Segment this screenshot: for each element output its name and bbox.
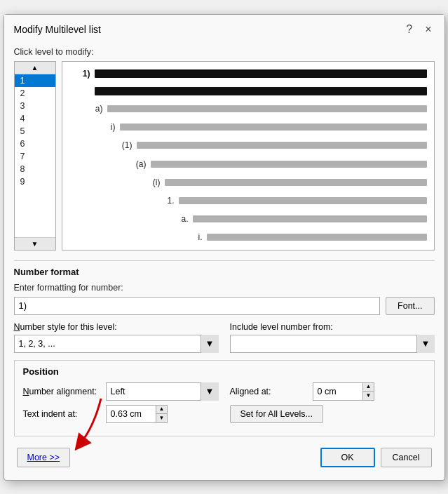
preview-line-3: [107, 105, 427, 112]
preview-row-2: [69, 87, 427, 95]
level-item-4[interactable]: 4: [15, 112, 55, 125]
preview-line-2: [95, 87, 427, 95]
level-item-2[interactable]: 2: [15, 87, 55, 100]
click-level-label: Click level to modify:: [14, 47, 435, 57]
level-item-9[interactable]: 9: [15, 175, 55, 188]
aligned-at-label: Aligned at:: [230, 387, 307, 396]
preview-label-4: i): [95, 122, 116, 132]
title-bar: Modify Multilevel list ? ×: [4, 15, 444, 41]
number-alignment-select[interactable]: Left Center Right: [106, 382, 219, 401]
position-section: Position Number alignment: Left Center R…: [14, 360, 435, 436]
preview-line-10: [207, 234, 427, 241]
level-item-3[interactable]: 3: [15, 100, 55, 112]
level-scroll-up[interactable]: ▲: [15, 62, 55, 74]
preview-row-1: 1): [69, 69, 427, 79]
include-level-select[interactable]: [230, 335, 435, 353]
level-preview-row: ▲ 1 2 3 4 5 6 7 8 9 ▼ 1): [14, 61, 435, 251]
preview-line-4: [120, 124, 427, 131]
preview-line-5: [137, 142, 427, 149]
level-item-7[interactable]: 7: [15, 150, 55, 163]
preview-row-10: i.: [182, 232, 427, 242]
dialog-body: Click level to modify: ▲ 1 2 3 4 5 6 7 8…: [4, 41, 444, 480]
set-all-row: Set for All Levels...: [230, 405, 426, 423]
text-indent-down[interactable]: ▼: [156, 414, 168, 422]
position-title: Position: [23, 366, 426, 377]
format-input-row: Font...: [14, 297, 435, 315]
preview-label-10: i.: [182, 232, 203, 242]
preview-area: 1) a) i): [62, 61, 435, 251]
preview-line-9: [193, 215, 427, 222]
number-alignment-label: Number alignment:: [23, 387, 100, 396]
level-scroll-down[interactable]: ▼: [15, 237, 55, 250]
more-btn-wrapper: More >>: [17, 448, 71, 467]
number-style-select-wrapper: 1, 2, 3, ... a, b, c, ... i, ii, iii, ..…: [14, 335, 219, 353]
preview-label-7: (i): [140, 178, 161, 187]
preview-label-1: 1): [69, 69, 90, 79]
preview-label-9: a.: [168, 214, 189, 224]
level-item-5[interactable]: 5: [15, 125, 55, 138]
ok-button[interactable]: OK: [320, 448, 375, 467]
preview-row-6: (a): [125, 159, 427, 169]
title-actions: ? ×: [402, 22, 435, 37]
set-all-levels-button[interactable]: Set for All Levels...: [230, 405, 324, 423]
preview-label-5: (1): [111, 140, 133, 150]
font-button[interactable]: Font...: [386, 297, 434, 315]
format-input[interactable]: [14, 297, 381, 315]
position-grid: Number alignment: Left Center Right ▼: [23, 382, 426, 427]
close-button[interactable]: ×: [421, 22, 435, 37]
aligned-at-down[interactable]: ▼: [363, 392, 374, 400]
level-items: 1 2 3 4 5 6 7 8 9: [15, 74, 55, 237]
preview-label-8: 1.: [154, 196, 175, 206]
aligned-at-spinner: ▲ ▼: [313, 382, 375, 401]
preview-line-7: [165, 179, 427, 186]
number-alignment-row: Number alignment: Left Center Right ▼: [23, 382, 219, 401]
position-left: Number alignment: Left Center Right ▼: [23, 382, 219, 427]
dialog-title: Modify Multilevel list: [14, 24, 101, 35]
level-list: ▲ 1 2 3 4 5 6 7 8 9 ▼: [14, 61, 56, 251]
preview-row-9: a.: [168, 214, 427, 224]
preview-row-5: (1): [111, 140, 427, 150]
divider-1: [14, 260, 435, 261]
preview-row-8: 1.: [154, 196, 427, 206]
text-indent-up[interactable]: ▲: [156, 406, 168, 415]
preview-row-7: (i): [140, 178, 427, 187]
more-button[interactable]: More >>: [17, 448, 71, 467]
style-level-row: Number style for this level: 1, 2, 3, ..…: [14, 322, 435, 353]
text-indent-row: Text indent at: ▲ ▼: [23, 405, 219, 423]
include-level-col: Include level number from: ▼: [230, 322, 435, 353]
number-format-title: Number format: [14, 267, 435, 277]
preview-line-8: [179, 197, 427, 204]
modify-multilevel-dialog: Modify Multilevel list ? × Click level t…: [4, 14, 445, 481]
position-right: Aligned at: ▲ ▼ Set for All Levels...: [230, 382, 426, 427]
text-indent-spinner: ▲ ▼: [106, 405, 168, 423]
number-style-select[interactable]: 1, 2, 3, ... a, b, c, ... i, ii, iii, ..…: [14, 335, 219, 353]
enter-formatting-label: Enter formatting for number:: [14, 283, 435, 293]
aligned-at-up[interactable]: ▲: [363, 383, 374, 392]
preview-line-6: [151, 161, 427, 168]
cancel-button[interactable]: Cancel: [381, 448, 432, 467]
preview-line-1: [95, 69, 427, 78]
aligned-at-row: Aligned at: ▲ ▼: [230, 382, 426, 401]
aligned-at-input[interactable]: [313, 383, 362, 400]
level-item-8[interactable]: 8: [15, 163, 55, 175]
number-style-col: Number style for this level: 1, 2, 3, ..…: [14, 322, 219, 353]
number-alignment-select-wrapper: Left Center Right ▼: [106, 382, 219, 401]
bottom-bar: More >> OK Cancel: [14, 445, 435, 470]
number-style-label: Number style for this level:: [14, 322, 219, 332]
level-item-6[interactable]: 6: [15, 138, 55, 150]
aligned-at-spinbtns: ▲ ▼: [362, 383, 374, 400]
text-indent-spinbtns: ▲ ▼: [156, 406, 168, 422]
include-level-label: Include level number from:: [230, 322, 435, 332]
text-indent-input[interactable]: [107, 406, 156, 422]
ok-cancel-row: OK Cancel: [320, 448, 432, 467]
help-button[interactable]: ?: [402, 22, 416, 37]
level-item-1[interactable]: 1: [15, 74, 55, 87]
preview-label-3: a): [82, 104, 103, 114]
preview-row-3: a): [82, 104, 427, 114]
preview-label-6: (a): [125, 159, 147, 169]
preview-row-4: i): [95, 122, 427, 132]
text-indent-label: Text indent at:: [23, 409, 100, 419]
include-level-select-wrapper: ▼: [230, 335, 435, 353]
